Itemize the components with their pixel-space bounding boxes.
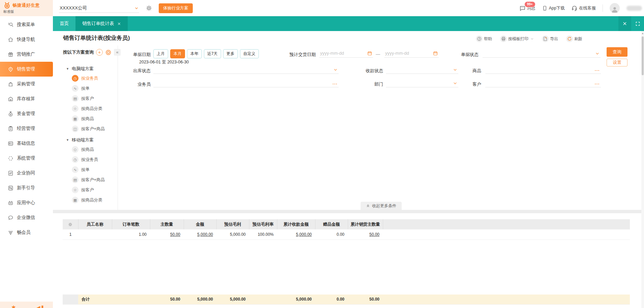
scrollbar-thumb[interactable] — [642, 36, 644, 75]
cell-received-amount: 5,000.00 — [277, 229, 315, 240]
col-est-profit-rate[interactable]: 预估毛利率 — [249, 219, 277, 229]
col-amount[interactable]: 金额 — [184, 219, 216, 229]
trial-industry-plan-button[interactable]: 体验行业方案 — [159, 3, 193, 13]
chevron-down-icon[interactable] — [530, 37, 534, 40]
tree-item-m-by-customer[interactable]: ☆ 按客户 — [53, 185, 118, 195]
trend-icon: ∿ — [72, 166, 79, 173]
double-chevron-up-icon — [366, 204, 370, 208]
tree-item-m-by-customer-goods[interactable]: ▤ 按客户+商品 — [53, 175, 118, 185]
total-est-profit: 5,000.00 — [216, 295, 249, 305]
pill-last-7-days[interactable]: 近7天 — [204, 49, 221, 58]
tree-item-by-customer-goods[interactable]: ◫ 按客户+商品 — [53, 124, 118, 134]
tree-item-by-customer[interactable]: ▤ 按客户 — [53, 93, 118, 104]
tree-item-m-by-order[interactable]: ∿ 按单 — [53, 165, 118, 175]
sidebar-item-app-center[interactable]: 应用中心 — [0, 195, 53, 210]
collapse-more-conditions-button[interactable]: 收起更多条件 — [361, 202, 402, 210]
scroll-up-arrow-icon[interactable]: ▲ — [641, 32, 644, 34]
vertical-scrollbar[interactable]: ▲ — [641, 31, 644, 308]
col-gift-amount[interactable]: 赠品金额 — [315, 219, 348, 229]
tree-item-m-by-goods[interactable]: ◇ 按商品 — [53, 144, 118, 155]
online-service-label: 在线客服 — [579, 5, 596, 11]
tree-item-m-by-salesman[interactable]: ◷ 按业务员 — [53, 155, 118, 165]
col-received-amount[interactable]: 累计收款金额 — [277, 219, 315, 229]
sidebar-item-beginner-guide[interactable]: 新手引导 — [0, 180, 53, 195]
layout-icon: ◫ — [72, 125, 79, 132]
col-main-qty[interactable]: 主数量 — [150, 219, 184, 229]
help-button[interactable]: 帮助 — [476, 35, 492, 42]
table-row[interactable]: 1 1.00 50.00 5,000.00 5,000.00 100.00% 5… — [63, 229, 630, 240]
tree-item-by-salesman[interactable]: ◷ 按业务员 — [53, 73, 118, 83]
pill-this-month[interactable]: 本月 — [170, 49, 185, 58]
pill-last-month[interactable]: 上月 — [153, 49, 168, 58]
cell-est-profit: 5,000.00 — [216, 229, 249, 240]
tree-item-by-goods-category[interactable]: ☆ 按商品分类 — [53, 104, 118, 114]
customer-picker[interactable]: ··· — [485, 79, 601, 87]
app-download-button[interactable]: App下载 — [542, 5, 565, 11]
sidebar-item-search-menu[interactable]: 搜索菜单 — [0, 17, 53, 32]
col-est-profit[interactable]: 预估毛利 — [216, 219, 249, 229]
tree-item-by-goods[interactable]: ▦ 按商品 — [53, 114, 118, 124]
col-sold-qty[interactable]: 累计销货主数量 — [348, 219, 383, 229]
chat-bubble-icon — [7, 215, 13, 221]
pill-more[interactable]: 更多 — [223, 49, 238, 58]
delivery-date-start-input[interactable]: yyyy-mm-dd — [319, 49, 373, 58]
sidebar-item-wecom[interactable]: 企业微信 — [0, 210, 53, 225]
goods-picker[interactable]: ··· — [485, 65, 601, 74]
col-order-count[interactable]: 订单笔数 — [112, 219, 150, 229]
sidebar-item-marketing[interactable]: 营销推广 — [0, 47, 53, 62]
sidebar-item-chang-member[interactable]: 畅会员 — [0, 225, 53, 240]
close-all-tabs-icon[interactable] — [618, 16, 631, 31]
user-name-redacted[interactable] — [626, 6, 642, 11]
sidebar-item-quick-nav[interactable]: 快捷导航 — [0, 32, 53, 47]
pill-this-year[interactable]: 本年 — [187, 49, 202, 58]
sidebar-item-inventory-accounting[interactable]: 库存核算 — [0, 91, 53, 106]
customer-label: 客户 — [464, 81, 481, 87]
settings-button[interactable]: 设置 — [607, 59, 627, 66]
calendar-icon — [433, 51, 438, 56]
scheme-settings-icon[interactable] — [105, 49, 112, 56]
report-table: 员工名称 订单笔数 主数量 金额 预估毛利 预估毛利率 累计收款金额 赠品金额 … — [63, 219, 630, 240]
online-service-button[interactable]: 在线客服 — [572, 5, 596, 11]
pill-custom[interactable]: 自定义 — [240, 49, 259, 58]
cell-amount: 5,000.00 — [184, 229, 216, 240]
department-select[interactable] — [386, 79, 458, 87]
column-settings-button[interactable] — [63, 219, 78, 229]
query-button[interactable]: 查询 — [607, 47, 627, 57]
col-employee-name[interactable]: 员工名称 — [78, 219, 112, 229]
tree-item-by-order[interactable]: ∿ 按单 — [53, 83, 118, 93]
settings-gear-icon[interactable] — [146, 5, 152, 11]
gear-icon[interactable]: ✱ — [11, 305, 16, 308]
sidebar-item-sales-management[interactable]: 销售管理 — [0, 62, 53, 77]
print-by-template-button[interactable]: 按模板打印 — [500, 35, 534, 42]
tab-close-icon[interactable] — [117, 22, 121, 26]
tree-item-m-by-goods-category[interactable]: ▦ 按商品分类 — [53, 195, 118, 205]
fullscreen-icon[interactable] — [631, 16, 644, 31]
messages-button[interactable]: 99+ 消息 — [520, 5, 535, 11]
sidebar-item-system-management[interactable]: 系统管理 — [0, 151, 53, 166]
avatar[interactable] — [610, 3, 620, 13]
sidebar-item-purchase-management[interactable]: 采购管理 — [0, 77, 53, 91]
tree-group-mobile[interactable]: ▼ 移动端方案 — [53, 136, 118, 144]
add-scheme-icon[interactable]: + — [96, 49, 103, 56]
sidebar-item-basic-info[interactable]: 基础信息 — [0, 136, 53, 151]
bar-chart-icon: ▦ — [72, 197, 79, 203]
sidebar-item-funds-management[interactable]: 资金管理 — [0, 106, 53, 121]
doc-date-pills: 上月 本月 本年 近7天 更多 自定义 — [153, 49, 259, 58]
receipt-status-select[interactable] — [386, 65, 458, 74]
cell-sold-qty: 50.00 — [348, 229, 383, 240]
refresh-button[interactable]: 刷新 — [566, 35, 582, 42]
sidebar-item-enterprise-collab[interactable]: 企业协同 — [0, 166, 53, 180]
salesman-picker[interactable]: ··· — [153, 79, 339, 87]
outbound-status-select[interactable] — [153, 65, 339, 74]
exchange-doc-icon — [7, 170, 13, 176]
tree-group-pc[interactable]: ▼ 电脑端方案 — [53, 64, 118, 73]
tab-sales-order-report[interactable]: 销售订单统计表 — [75, 16, 128, 31]
company-selector[interactable]: XXXXXX公司 — [59, 4, 139, 13]
export-button[interactable]: 导出 — [542, 35, 558, 42]
table-header-row: 员工名称 订单笔数 主数量 金额 预估毛利 预估毛利率 累计收款金额 赠品金额 … — [63, 219, 630, 229]
sidebar-item-business-management[interactable]: 经营管理 — [0, 121, 53, 136]
doc-status-select[interactable] — [483, 49, 601, 58]
megaphone-icon[interactable]: ◀❚ — [36, 305, 44, 308]
tab-home[interactable]: 首页 — [53, 16, 75, 31]
delivery-date-end-input[interactable]: yyyy-mm-dd — [384, 49, 439, 58]
